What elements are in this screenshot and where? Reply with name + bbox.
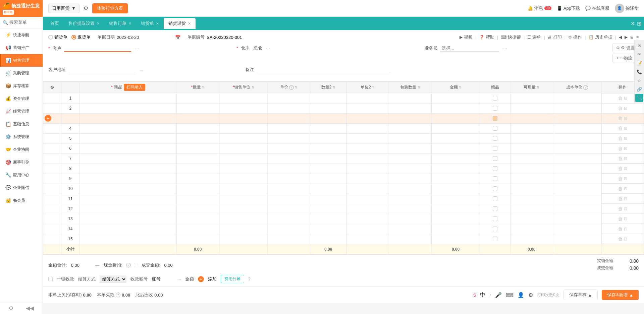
qty-sort[interactable]: ⇅ [202,85,205,89]
gift-checkbox[interactable] [493,156,497,161]
ime-icon-dot[interactable]: · [489,292,491,298]
tab-sales-ship-close[interactable]: ✕ [156,21,159,26]
account-dots[interactable]: ··· [177,276,181,281]
unit2-sort[interactable]: ⇅ [372,85,375,89]
qty2-cell[interactable] [310,103,346,113]
tab-sales-return-close[interactable]: ✕ [188,21,191,26]
add-row-btn[interactable]: + [45,115,51,122]
copy-row-btn[interactable]: ⊡ [624,196,627,201]
tab-sales-order[interactable]: 销售订单 ✕ [104,18,136,29]
topbar-gear-btn[interactable]: ⚙ [84,5,88,11]
tab-sales-return[interactable]: 销货退货 ✕ [164,18,196,29]
avail-cell[interactable] [510,103,553,113]
qty-cell[interactable] [176,93,219,104]
price-cell[interactable] [268,113,310,123]
unit2-cell[interactable] [346,113,389,123]
shortcut-keys-btn[interactable]: ⌨ 快捷键 [501,34,521,40]
avail-cell[interactable] [510,93,553,104]
radio-return[interactable]: 退货单 [71,34,91,40]
copy-row-btn[interactable]: ⊡ [624,146,627,151]
sidebar-item-enterprise[interactable]: 🤝 企业协同 [0,143,43,156]
tab-layout-btn[interactable]: ⊞ [637,20,641,27]
cost-cell[interactable] [553,93,601,104]
save-new-btn[interactable]: 保存&新增 ▲ [602,290,639,300]
sidebar-item-purchase[interactable]: 🛒 采购管理 [0,67,43,79]
copy-row-btn[interactable]: ⊡ [624,136,627,141]
copy-row-btn[interactable]: ⊡ [624,116,627,121]
scan-btn[interactable]: 扫码录入 [124,84,145,91]
delete-row-btn[interactable]: 🗑 [618,236,623,242]
copy-row-btn[interactable]: ⊡ [624,106,627,111]
gift-checkbox[interactable] [493,116,497,121]
gift-checkbox[interactable] [493,196,497,201]
product-cell[interactable] [79,113,176,123]
copy-row-btn[interactable]: ⊡ [624,96,627,101]
delete-row-btn[interactable]: 🗑 [618,146,623,151]
sidebar-item-app-center[interactable]: 🔧 应用中心 [0,169,43,181]
sidebar-item-system[interactable]: ⚙️ 系统管理 [0,130,43,143]
online-service-btn[interactable]: 💬 在线客服 [585,5,609,11]
customer-input[interactable] [64,45,131,52]
delete-row-btn[interactable]: 🗑 [618,206,623,211]
list-view-btn[interactable]: ≡ [636,35,639,40]
delete-row-btn[interactable]: 🗑 [618,136,623,141]
app-download-btn[interactable]: 📱 App下载 [557,5,580,11]
pkg-cell[interactable] [389,113,432,123]
ime-icon-settings[interactable]: ⚙ [528,292,533,298]
salesperson-input[interactable] [440,45,499,52]
next-doc-btn[interactable]: ▶ [625,35,628,40]
sidebar-item-guide[interactable]: 🎯 新手引导 [0,156,43,169]
product-input[interactable] [81,116,175,121]
gift-checkbox[interactable] [493,176,497,181]
rt-eye-btn[interactable]: 👁 [635,50,643,58]
rt-active-btn[interactable]: 📎 [635,94,643,102]
unit-cell[interactable] [219,93,268,104]
delete-row-btn[interactable]: 🗑 [618,226,623,232]
sidebar-settings-btn[interactable]: ⚙ [9,305,13,311]
ime-icon-mic[interactable]: 🎤 [495,292,502,298]
delete-row-btn[interactable]: 🗑 [618,196,623,201]
sidebar-item-inventory[interactable]: 📦 库存核算 [0,79,43,92]
sidebar-item-basic[interactable]: 📋 基础信息 [0,118,43,130]
delete-row-btn[interactable]: 🗑 [618,116,623,121]
delete-row-btn[interactable]: 🗑 [618,166,623,171]
sidebar-item-sales[interactable]: 📊 销售管理 [0,54,43,67]
sidebar-search[interactable]: 🔍 搜索菜单 [0,17,43,28]
gift-checkbox[interactable] [493,96,497,101]
customer-dots[interactable]: ··· [135,46,139,51]
amount-sort[interactable]: ⇅ [459,85,462,89]
delete-row-btn[interactable]: 🗑 [618,96,623,101]
ime-icon-person[interactable]: 👤 [518,292,524,298]
copy-row-btn[interactable]: ⊡ [624,186,627,191]
rt-note-btn[interactable]: 📝 [635,59,643,67]
gift-checkbox[interactable] [493,136,497,141]
pkg-cell[interactable] [389,93,432,104]
gift-checkbox[interactable] [493,126,497,131]
address-input[interactable] [68,66,136,73]
copy-row-btn[interactable]: ⊡ [624,206,627,211]
history-doc-btn[interactable]: 📋 历史单据 [589,34,612,40]
tab-price-setting[interactable]: 售价提取设置 ✕ [64,18,104,29]
gift-checkbox[interactable] [493,106,497,111]
company-selector[interactable]: 日用百货 ▼ [48,4,79,13]
trial-btn[interactable]: 体验行业方案 [92,3,128,13]
unit2-cell[interactable] [346,93,389,104]
video-btn[interactable]: ▶ 视频 [460,34,473,40]
product-cell[interactable] [79,93,176,104]
date-input[interactable] [117,35,173,40]
ime-icon-keyboard[interactable]: ⌨ [506,292,514,298]
prev-doc-btn[interactable]: ◀ [619,35,622,40]
avail-sort[interactable]: ⇅ [537,85,539,89]
gift-checkbox[interactable] [493,146,497,151]
copy-row-btn[interactable]: ⊡ [624,166,627,171]
price-sort[interactable]: ⇅ [295,85,298,89]
cost-cell[interactable] [553,103,601,113]
delete-row-btn[interactable]: 🗑 [618,126,623,131]
copy-row-btn[interactable]: ⊡ [624,227,627,231]
delete-row-btn[interactable]: 🗑 [618,216,623,222]
note-input[interactable] [257,66,391,73]
help-btn[interactable]: ❓ 帮助 [479,34,494,40]
th-gear[interactable]: ⚙ [43,82,61,93]
qty-cell[interactable] [176,103,219,113]
settlement-select[interactable]: 结算方式 [100,275,126,283]
